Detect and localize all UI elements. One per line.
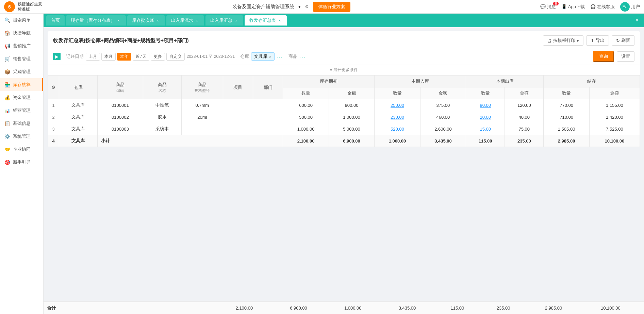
sidebar-item-capital[interactable]: 💰 资金管理	[0, 91, 43, 104]
cell-opening-qty: 600.00	[283, 99, 329, 111]
date-btn-more[interactable]: 更多	[151, 53, 165, 61]
sidebar-item-collab[interactable]: 🤝 企业协同	[0, 143, 43, 156]
sidebar-item-operation[interactable]: 📊 经营管理	[0, 104, 43, 117]
expand-icon: ▾	[330, 68, 332, 72]
table-container: ⚙ 仓库 商品编码 商品名称 商品规格型号 项目 部门 库存期初 本期入库	[48, 75, 640, 147]
tab-receipt-summary[interactable]: 收发存汇总表 ×	[245, 15, 287, 26]
cell-spec: 20ml	[181, 111, 223, 123]
warehouse-tag-text: 文具库	[254, 53, 267, 60]
column-settings-icon[interactable]: ⚙	[51, 85, 55, 90]
tab-flow[interactable]: 出入库流水 ×	[166, 15, 204, 26]
tab-flow-close[interactable]: ×	[195, 18, 199, 23]
data-table: ⚙ 仓库 商品编码 商品名称 商品规格型号 项目 部门 库存期初 本期入库	[48, 75, 640, 147]
marketing-icon: 📢	[4, 43, 10, 49]
date-options: 上月 本月 本年 近7天 更多 自定义	[86, 53, 185, 61]
tab-inventory-dist-close[interactable]: ×	[116, 18, 121, 23]
basic-icon: 📋	[4, 120, 10, 127]
cell-out-qty[interactable]: 80.00	[466, 99, 505, 111]
table-row: 3 文具库 0100003 采访本 1,000.00 5,000.00 520.…	[48, 123, 640, 135]
cell-in-qty[interactable]: 520.00	[375, 123, 420, 135]
cell-opening-amt: 5,000.00	[329, 123, 374, 135]
sidebar-item-search[interactable]: 🔍 搜索菜单	[0, 14, 43, 27]
purchase-icon: 📦	[4, 69, 10, 75]
user-area[interactable]: Ea 用户	[620, 2, 640, 12]
subtotal-balance-qty: 2,985.00	[544, 135, 589, 147]
cell-name: 采访本	[143, 123, 182, 135]
warehouse-tag-remove[interactable]: ×	[269, 54, 271, 59]
experience-button[interactable]: 体验行业方案	[313, 2, 350, 12]
cell-out-amt: 120.00	[505, 99, 544, 111]
logo-icon: 6	[4, 1, 15, 12]
cell-out-amt: 75.00	[505, 123, 544, 135]
app-download-button[interactable]: 📱 App下载	[561, 4, 585, 10]
subtotal-out-amt: 235.00	[505, 135, 544, 147]
date-btn-last-month[interactable]: 上月	[86, 53, 100, 61]
th-balance-amt: 金额	[589, 87, 640, 99]
cell-warehouse: 文具库	[59, 123, 98, 135]
total-in-qty: 1,000.00	[326, 305, 380, 311]
sidebar-item-quick[interactable]: 🏠 快捷导航	[0, 27, 43, 39]
table-row: 2 文具库 0100002 胶水 20ml 500.00 1,000.00 23…	[48, 111, 640, 123]
sidebar-item-sales[interactable]: 🛒 销售管理	[0, 52, 43, 65]
cell-opening-amt: 1,000.00	[329, 111, 374, 123]
sidebar-item-inventory[interactable]: 🏪 库存核算	[0, 78, 43, 91]
cell-balance-qty: 710.00	[544, 111, 589, 123]
subtotal-opening-qty: 2,100.00	[283, 135, 329, 147]
gear-icon[interactable]: ⚙	[305, 4, 309, 9]
cell-project	[223, 99, 253, 111]
date-btn-this-month[interactable]: 本月	[101, 53, 116, 61]
subtotal-row: 4 文具库 小计 2,100.00 6,900.00 1,000.00 3,43…	[48, 135, 640, 147]
th-in: 本期入库	[375, 76, 466, 87]
tab-receipt-summary-close[interactable]: ×	[277, 18, 282, 23]
sidebar-label-collab: 企业协同	[13, 146, 31, 152]
tab-home-label: 首页	[51, 17, 60, 23]
subtotal-label: 小计	[97, 135, 283, 147]
sidebar-item-marketing[interactable]: 📢 营销推广	[0, 39, 43, 52]
sidebar-item-purchase[interactable]: 📦 采购管理	[0, 65, 43, 78]
refresh-button[interactable]: ↻ 刷新	[612, 35, 634, 46]
sidebar-item-guide[interactable]: 🎯 新手引导	[0, 156, 43, 169]
cell-in-qty[interactable]: 250.00	[375, 99, 420, 111]
top-center: 装备及固定资产辅助管理系统 ▾ ⚙ 体验行业方案	[232, 2, 350, 12]
tab-batch-close[interactable]: ×	[155, 18, 160, 23]
cell-out-qty[interactable]: 20.00	[466, 111, 505, 123]
filter-collapse-btn[interactable]: ▶	[53, 53, 61, 60]
tab-batch[interactable]: 库存批次账 ×	[127, 15, 165, 26]
total-balance-amt: 10,100.00	[581, 305, 641, 311]
tab-summary-close[interactable]: ×	[234, 18, 238, 23]
system-dropdown[interactable]: ▾	[298, 4, 301, 9]
tab-inventory-dist[interactable]: 现存量（库存分布表） ×	[66, 15, 126, 26]
cell-code: 0100003	[97, 123, 143, 135]
headset-icon: 🎧	[590, 4, 596, 9]
cell-out-qty[interactable]: 15.00	[466, 123, 505, 135]
filter-settings-button[interactable]: 设置	[617, 51, 634, 62]
page-title: 收发存汇总表(按仓库+商品编码+商品+规格型号+项目+部门)	[53, 37, 189, 44]
tab-summary[interactable]: 出入库汇总 ×	[205, 15, 243, 26]
online-service-button[interactable]: 🎧 在线客服	[590, 4, 615, 10]
date-btn-7days[interactable]: 近7天	[133, 53, 149, 61]
sidebar-item-basic[interactable]: 📋 基础信息	[0, 117, 43, 130]
date-range-display: 2023-01-01 至 2023-12-31	[187, 54, 235, 60]
warehouse-more-dots[interactable]: ...	[277, 53, 283, 60]
th-opening-qty: 数量	[283, 87, 329, 99]
print-button[interactable]: 🖨 按模板打印 ▾	[543, 35, 583, 46]
th-balance-qty: 数量	[544, 87, 589, 99]
date-btn-this-year[interactable]: 本年	[117, 53, 131, 61]
sidebar-item-system[interactable]: ⚙️ 系统管理	[0, 130, 43, 143]
date-btn-custom[interactable]: 自定义	[166, 53, 185, 61]
th-out-amt: 金额	[505, 87, 544, 99]
top-bar: 6 畅捷通好生意 标准版 装备及固定资产辅助管理系统 ▾ ⚙ 体验行业方案 💬 …	[0, 0, 644, 14]
export-button[interactable]: ⬆ 导出	[586, 35, 609, 46]
logo-area: 6 畅捷通好生意 标准版	[4, 1, 42, 12]
query-button[interactable]: 查询	[593, 51, 614, 62]
tab-bar-close-all[interactable]: ×	[633, 17, 641, 23]
tab-home[interactable]: 首页	[46, 15, 65, 26]
cell-in-qty[interactable]: 230.00	[375, 111, 420, 123]
message-button[interactable]: 💬 消息 6	[540, 4, 556, 10]
table-settings-th[interactable]: ⚙	[48, 76, 59, 99]
refresh-icon: ↻	[616, 38, 620, 43]
expand-conditions-btn[interactable]: ▾ 展开更多条件	[330, 67, 358, 73]
subtotal-warehouse: 文具库	[59, 135, 98, 147]
total-opening-amt: 6,900.00	[271, 305, 326, 311]
goods-more-dots[interactable]: ...	[299, 53, 306, 60]
